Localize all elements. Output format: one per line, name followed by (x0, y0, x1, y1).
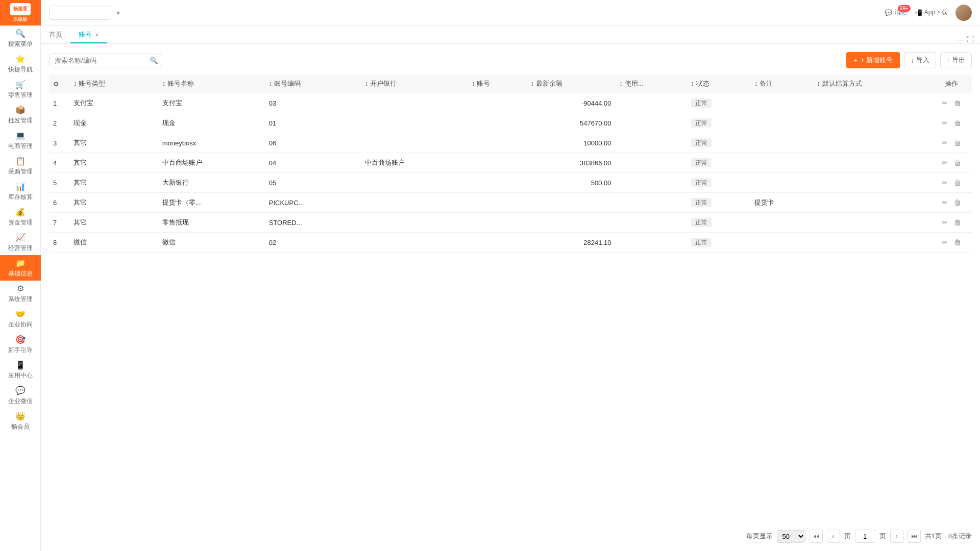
app-icon: 📲 (915, 9, 922, 16)
cell-name: 提货卡（零... (158, 193, 265, 213)
sidebar-item-label: 零售管理 (8, 91, 33, 99)
sidebar-item-guide[interactable]: 🎯 新手引导 (0, 332, 41, 357)
th-name: ↕ 账号名称 (158, 74, 265, 93)
status-badge: 正常 (691, 138, 712, 147)
sidebar-item-shortcut[interactable]: ⭐ 快捷导航 (0, 51, 41, 77)
delete-button[interactable]: 🗑 (952, 158, 963, 168)
sidebar-item-wholesale[interactable]: 📦 批发管理 (0, 102, 41, 128)
tab-account[interactable]: 账号 ✕ (70, 27, 107, 43)
delete-button[interactable]: 🗑 (952, 138, 963, 148)
app-download-button[interactable]: 📲 App下载 (915, 8, 947, 17)
edit-button[interactable]: ✏ (940, 178, 950, 188)
cell-action: ✏ 🗑 (931, 233, 972, 253)
search-input[interactable] (50, 54, 145, 67)
page-first-button[interactable]: ⏮ (810, 530, 823, 543)
column-settings-icon[interactable]: ⚙ (53, 80, 59, 88)
th-bank-sort: ↕ (365, 80, 369, 87)
column-code-label: 账号编码 (274, 80, 301, 87)
cell-name: 中百商场账户 (158, 153, 265, 173)
cell-type: 其它 (69, 133, 158, 153)
version-text: 乐版版 (13, 16, 27, 23)
column-account-label: 账号 (477, 80, 490, 87)
sidebar-item-member[interactable]: 👑 畅会员 (0, 408, 41, 434)
tab-expand-icon[interactable]: ⛶ (967, 35, 974, 43)
delete-button[interactable]: 🗑 (952, 118, 963, 128)
cell-code: 06 (265, 133, 361, 153)
column-action-label: 操作 (945, 80, 958, 87)
cell-action: ✏ 🗑 (931, 153, 972, 173)
sidebar-item-system[interactable]: ⚙ 系统管理 (0, 281, 41, 306)
sidebar-item-finance[interactable]: 💰 资金管理 (0, 204, 41, 230)
sidebar-item-app-center[interactable]: 📱 应用中心 (0, 357, 41, 383)
edit-button[interactable]: ✏ (940, 138, 950, 148)
topbar-search-input[interactable] (49, 6, 110, 20)
user-avatar[interactable] (955, 5, 972, 21)
add-account-button[interactable]: + + 新增账号 (846, 52, 900, 68)
cell-code: PICKUPC... (265, 193, 361, 213)
th-code-sort: ↕ (269, 80, 273, 87)
sidebar-item-enterprise-agreement[interactable]: 🤝 企业协同 (0, 306, 41, 332)
cell-no: 3 (49, 133, 69, 153)
edit-button[interactable]: ✏ (940, 158, 950, 168)
sidebar-item-purchase[interactable]: 📋 采购管理 (0, 153, 41, 179)
page-input[interactable] (855, 530, 875, 543)
trend-icon: 📈 (15, 233, 26, 242)
delete-button[interactable]: 🗑 (952, 98, 963, 108)
sidebar-item-inventory[interactable]: 📊 库存核算 (0, 179, 41, 204)
cell-status: 正常 (687, 193, 751, 213)
topbar-dropdown-icon[interactable]: ▾ (116, 9, 120, 17)
tabbar: 首页 账号 ✕ — ⛶ (41, 26, 980, 44)
page-prev-button[interactable]: ‹ (827, 530, 840, 543)
toolbar: 🔍 + + 新增账号 ↓ 导入 ↑ 导出 (49, 52, 972, 68)
delete-button[interactable]: 🗑 (952, 237, 963, 247)
cell-type: 支付宝 (69, 93, 158, 113)
page-last-button[interactable]: ⏭ (908, 530, 921, 543)
th-remark-sort: ↕ (754, 80, 758, 87)
cell-remark (750, 113, 813, 133)
status-badge: 正常 (691, 178, 712, 187)
th-action: 操作 (931, 74, 972, 93)
cell-bank (361, 133, 468, 153)
sidebar-item-retail[interactable]: 🛒 零售管理 (0, 77, 41, 102)
page-next-button[interactable]: › (890, 530, 903, 543)
export-button[interactable]: ↑ 导出 (940, 52, 972, 68)
sidebar-item-ecommerce[interactable]: 💻 电商管理 (0, 128, 41, 153)
sidebar-item-label: 经营管理 (8, 244, 33, 253)
cell-account (468, 153, 527, 173)
status-badge: 正常 (691, 238, 712, 247)
sidebar: 畅捷通 乐版版 🔍 搜索菜单 ⭐ 快捷导航 🛒 零售管理 📦 批发管理 💻 电商… (0, 0, 41, 551)
delete-button[interactable]: 🗑 (952, 197, 963, 208)
per-page-select[interactable]: 50 100 (777, 530, 805, 543)
cell-code: 05 (265, 173, 361, 193)
sidebar-item-basic[interactable]: 📁 基础信息 (0, 255, 41, 281)
sidebar-item-enterprise-wechat[interactable]: 💬 企业微信 (0, 383, 41, 408)
sidebar-item-search[interactable]: 🔍 搜索菜单 (0, 26, 41, 51)
th-status-sort: ↕ (691, 80, 695, 87)
cell-settlement (813, 93, 931, 113)
status-badge: 正常 (691, 198, 712, 207)
tab-home[interactable]: 首页 (41, 27, 70, 43)
edit-button[interactable]: ✏ (940, 217, 950, 228)
tab-minimize-icon[interactable]: — (955, 35, 963, 43)
cell-no: 6 (49, 193, 69, 213)
cell-settlement (813, 113, 931, 133)
delete-button[interactable]: 🗑 (952, 178, 963, 188)
sidebar-item-label: 资金管理 (8, 218, 33, 227)
sidebar-item-label: 电商管理 (8, 142, 33, 151)
search-button[interactable]: 🔍 (145, 54, 161, 67)
edit-button[interactable]: ✏ (940, 237, 950, 247)
message-button[interactable]: 💬 消息 99+ (885, 8, 906, 17)
cell-usage (616, 153, 687, 173)
search-wrap: 🔍 (49, 54, 161, 67)
import-button[interactable]: ↓ 导入 (904, 52, 936, 68)
edit-button[interactable]: ✏ (940, 197, 950, 208)
edit-button[interactable]: ✏ (940, 118, 950, 128)
cell-balance (527, 213, 616, 233)
export-label: 导出 (952, 56, 965, 65)
tab-close-icon[interactable]: ✕ (95, 32, 99, 38)
delete-button[interactable]: 🗑 (952, 217, 963, 228)
status-badge: 正常 (691, 118, 712, 128)
edit-button[interactable]: ✏ (940, 98, 950, 108)
sidebar-item-operations[interactable]: 📈 经营管理 (0, 230, 41, 255)
cell-name: 微信 (158, 233, 265, 253)
